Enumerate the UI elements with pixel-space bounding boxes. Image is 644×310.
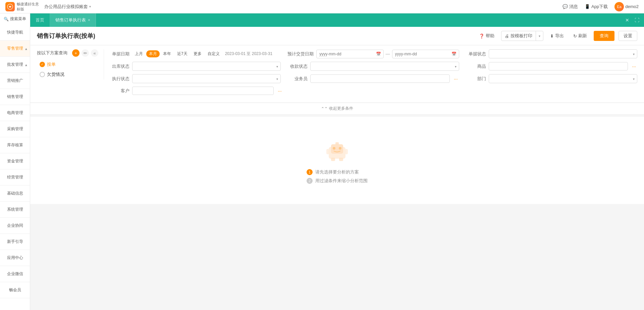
- filter-group-receipt-status: 收款状态 ▾: [287, 62, 459, 71]
- print-button[interactable]: 🖨 按模板打印: [501, 31, 536, 41]
- app-selector[interactable]: 办公用品行业模拟账套 ▾: [42, 2, 94, 11]
- scheme-item-dan[interactable]: ✓ 按单: [37, 59, 98, 69]
- print-dropdown-button[interactable]: ▾: [536, 33, 543, 40]
- tab-active[interactable]: 销售订单执行表 ×: [50, 13, 96, 27]
- filter-group-out-status: 出库状态 ▾: [109, 62, 281, 71]
- product-input[interactable]: [489, 62, 628, 70]
- product-more-button[interactable]: ···: [631, 63, 637, 70]
- settings-button[interactable]: 设置: [619, 31, 637, 41]
- out-status-select-wrap: ▾: [132, 62, 281, 71]
- filter-main: 按以下方案查询 + ✏ « ✓ 按单: [30, 45, 644, 103]
- step-1-number: 1: [307, 169, 313, 175]
- sidebar-item-corp[interactable]: 企业协同: [0, 218, 30, 234]
- step-2-number: 2: [307, 178, 313, 184]
- content-area: 首页 销售订单执行表 × ✕ ⛶ 销售订单执行表(按单) ❓ 帮助: [30, 13, 644, 310]
- sidebar-item-newbie[interactable]: 新手引导: [0, 234, 30, 250]
- sidebar-item-basic[interactable]: 基础信息: [0, 186, 30, 202]
- expected-date-start-input[interactable]: [316, 50, 383, 58]
- tab-home[interactable]: 首页: [30, 13, 50, 27]
- exec-status-select[interactable]: [132, 74, 281, 83]
- sidebar-item-ecommerce[interactable]: 电商管理: [0, 105, 30, 121]
- search-menu-button[interactable]: 🔍 搜索菜单: [0, 13, 30, 24]
- dept-select[interactable]: [489, 74, 637, 83]
- page-content: 销售订单执行表(按单) ❓ 帮助 🖨 按模板打印 ▾ ⬇: [30, 27, 644, 310]
- minimize-icon[interactable]: ✕: [624, 17, 631, 23]
- expected-date-start-wrap: 📅: [316, 50, 383, 58]
- out-status-select[interactable]: [132, 62, 281, 71]
- tab-bar-actions: ✕ ⛶: [621, 13, 644, 27]
- svg-rect-7: [345, 149, 348, 154]
- svg-point-3: [333, 147, 335, 150]
- sidebar-item-marketing[interactable]: 营销推广: [0, 73, 30, 89]
- app-download-button[interactable]: 📱 App下载: [585, 4, 608, 10]
- doc-status-select-wrap: ▾: [489, 49, 637, 58]
- main-layout: 🔍 搜索菜单 快捷导航 零售管理 ▲ 批发管理 ▲ 营销推广 销售管理 电商管理…: [0, 13, 644, 310]
- empty-step-1: 1 请先选择要分析的方案: [307, 169, 368, 175]
- filter-group-customer: 客户 ···: [109, 87, 283, 95]
- search-button[interactable]: 查询: [594, 31, 614, 41]
- messages-button[interactable]: 💬 消息: [562, 4, 578, 10]
- date-tab-custom[interactable]: 自定义: [205, 50, 222, 57]
- doc-status-select[interactable]: [489, 49, 637, 58]
- filter-row-3: 执行状态 ▾ 业务员: [109, 74, 637, 83]
- empty-steps: 1 请先选择要分析的方案 2 用过滤条件来缩小分析范围: [307, 169, 368, 184]
- date-tab-thismonth[interactable]: 本月: [146, 50, 160, 57]
- filter-row-2: 出库状态 ▾ 收款状态: [109, 62, 637, 71]
- sidebar-item-finance[interactable]: 资金管理: [0, 153, 30, 169]
- filter-group-expected-date: 预计交货日期 📅 — 📅: [287, 50, 459, 58]
- expected-date-end-input[interactable]: [392, 50, 459, 58]
- sidebar-item-member[interactable]: 畅会员: [0, 282, 30, 298]
- sidebar-item-nav[interactable]: 快捷导航: [0, 24, 30, 41]
- date-tab-more[interactable]: 更多: [191, 50, 204, 57]
- sidebar-item-wechat[interactable]: 企业微信: [0, 266, 30, 282]
- customer-input[interactable]: [132, 87, 274, 95]
- sidebar-item-system[interactable]: 系统管理: [0, 202, 30, 218]
- expand-icon: ▲: [24, 63, 28, 66]
- salesperson-more-button[interactable]: ···: [452, 75, 459, 82]
- export-button[interactable]: ⬇ 导出: [547, 32, 567, 40]
- salesperson-input[interactable]: [310, 74, 450, 83]
- calendar-end-icon[interactable]: 📅: [451, 52, 457, 56]
- scheme-item-qianhuo[interactable]: 欠货情况: [37, 69, 98, 80]
- help-button[interactable]: ❓ 帮助: [476, 32, 497, 40]
- svg-rect-9: [339, 158, 343, 161]
- refresh-icon: ↻: [573, 34, 577, 39]
- maximize-icon[interactable]: ⛶: [633, 17, 641, 23]
- page-actions: ❓ 帮助 🖨 按模板打印 ▾ ⬇ 导出: [476, 31, 637, 41]
- top-header: 畅捷通好生意 标版 办公用品行业模拟账套 ▾ 💬 消息 📱 App下载 Ea d…: [0, 0, 644, 13]
- collapse-scheme-button[interactable]: «: [91, 49, 98, 57]
- sidebar-item-inventory[interactable]: 库存核算: [0, 137, 30, 153]
- scheme-dot-icon: ✓: [40, 62, 45, 67]
- filter-row-4: 客户 ···: [109, 87, 637, 95]
- sidebar-item-apps[interactable]: 应用中心: [0, 250, 30, 266]
- refresh-button[interactable]: ↻ 刷新: [571, 32, 590, 40]
- date-tab-7days[interactable]: 近7天: [174, 50, 190, 57]
- collapse-bar[interactable]: ⌃⌃ 收起更多条件: [30, 103, 644, 114]
- sidebar-item-sales[interactable]: 销售管理: [0, 89, 30, 105]
- page-header: 销售订单执行表(按单) ❓ 帮助 🖨 按模板打印 ▾ ⬇: [30, 27, 644, 45]
- logo-text: 畅捷通好生意 标版: [17, 2, 39, 11]
- sidebar-item-wholesale[interactable]: 批发管理 ▲: [0, 57, 30, 73]
- help-icon: ❓: [479, 34, 484, 39]
- sidebar: 🔍 搜索菜单 快捷导航 零售管理 ▲ 批发管理 ▲ 营销推广 销售管理 电商管理…: [0, 13, 30, 310]
- sidebar-item-purchase[interactable]: 采购管理: [0, 121, 30, 137]
- svg-point-4: [339, 147, 341, 150]
- filter-group-product: 商品 ···: [466, 62, 637, 70]
- user-profile-button[interactable]: Ea demo2: [614, 2, 639, 11]
- filter-group-exec-status: 执行状态 ▾: [109, 74, 281, 83]
- sidebar-item-retail[interactable]: 零售管理 ▲: [0, 41, 30, 57]
- empty-illustration: [324, 137, 351, 164]
- print-icon: 🖨: [505, 34, 509, 39]
- date-tab-thisyear[interactable]: 本年: [160, 50, 174, 57]
- calendar-start-icon[interactable]: 📅: [376, 52, 381, 56]
- filter-group-doc-status: 单据状态 ▾: [466, 49, 637, 58]
- filter-fields: 单据日期 上月 本月 本年 近7天 更多 自定义 2023-03-01 至 20…: [109, 49, 637, 98]
- date-tab-lastmonth[interactable]: 上月: [132, 50, 146, 57]
- tab-close-button[interactable]: ×: [88, 18, 90, 22]
- filter-scheme-panel: 按以下方案查询 + ✏ « ✓ 按单: [37, 49, 104, 80]
- sidebar-item-operations[interactable]: 经营管理: [0, 169, 30, 186]
- receipt-status-select[interactable]: [310, 62, 459, 71]
- add-scheme-button[interactable]: +: [72, 49, 79, 57]
- customer-more-button[interactable]: ···: [276, 88, 283, 94]
- edit-scheme-button[interactable]: ✏: [82, 49, 89, 57]
